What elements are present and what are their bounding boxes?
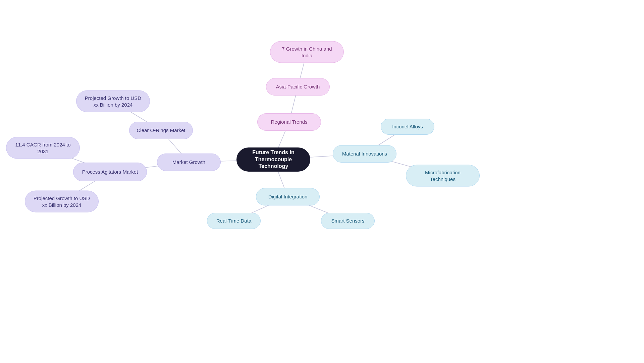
smart-sensors-node[interactable]: Smart Sensors [321,213,375,229]
real-time-data-node[interactable]: Real-Time Data [207,213,261,229]
clear-orings-node[interactable]: Clear O-Rings Market [129,122,193,139]
inconel-alloys-node[interactable]: Inconel Alloys [381,119,434,135]
projected-growth-1-node[interactable]: Projected Growth to USD xx Billion by 20… [76,90,150,112]
cagr-node[interactable]: 11.4 CAGR from 2024 to 2031 [6,137,80,159]
digital-integration-node[interactable]: Digital Integration [256,188,320,205]
microfabrication-node[interactable]: Microfabrication Techniques [406,165,480,187]
projected-growth-2-node[interactable]: Projected Growth to USD xx Billion by 20… [25,191,99,213]
regional-trends-node[interactable]: Regional Trends [257,113,321,131]
material-innovations-node[interactable]: Material Innovations [333,145,396,163]
process-agitators-node[interactable]: Process Agitators Market [73,163,147,181]
center-node[interactable]: Future Trends in Thermocouple Technology [236,147,310,172]
market-growth-node[interactable]: Market Growth [157,154,221,171]
china-india-node[interactable]: 7 Growth in China and India [270,41,344,63]
asia-pacific-node[interactable]: Asia-Pacific Growth [266,78,330,96]
